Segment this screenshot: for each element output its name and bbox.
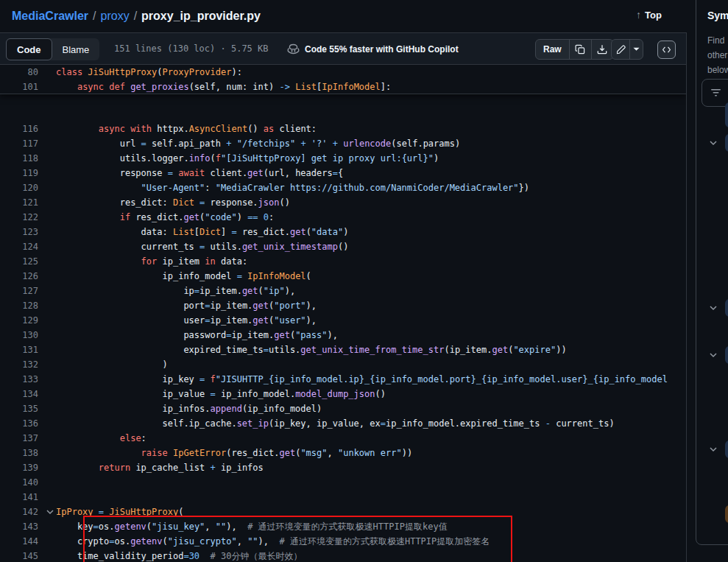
code-brackets-icon bbox=[662, 45, 671, 55]
breadcrumb-repo-link[interactable]: MediaCrawler bbox=[12, 10, 88, 23]
symbol-pill[interactable] bbox=[725, 505, 728, 523]
breadcrumb-folder-link[interactable]: proxy bbox=[101, 10, 130, 23]
line-number[interactable]: 122 bbox=[0, 210, 38, 225]
line-number[interactable]: 134 bbox=[0, 387, 38, 401]
breadcrumb-filename: proxy_ip_provider.py bbox=[141, 10, 261, 23]
code-line-130: 130 password=ip_item.get("pass"), bbox=[0, 328, 686, 343]
code-text: async def get_proxies(self, num: int) ->… bbox=[56, 80, 391, 94]
symbol-pill[interactable] bbox=[725, 102, 728, 127]
code-line-116: 116 async with httpx.AsyncClient() as cl… bbox=[0, 122, 686, 136]
line-number[interactable]: 118 bbox=[0, 151, 38, 166]
line-number[interactable]: 125 bbox=[0, 254, 38, 269]
breadcrumb-separator: / bbox=[93, 10, 96, 23]
line-number[interactable]: 127 bbox=[0, 284, 38, 298]
code-text: ip_infos.append(ip_info_model) bbox=[56, 401, 322, 416]
line-number[interactable]: 140 bbox=[0, 475, 38, 490]
line-number[interactable]: 129 bbox=[0, 313, 38, 328]
code-text: self.ip_cache.set_ip(ip_key, ip_value, e… bbox=[56, 416, 615, 431]
line-number[interactable]: 80 bbox=[0, 65, 38, 80]
symbol-pill[interactable] bbox=[725, 299, 728, 317]
line-number[interactable]: 144 bbox=[0, 534, 38, 549]
download-button[interactable] bbox=[591, 40, 613, 59]
line-number[interactable]: 123 bbox=[0, 225, 38, 239]
tab-code[interactable]: Code bbox=[6, 38, 52, 60]
code-text: ip_value = ip_info_model.model_dump_json… bbox=[56, 387, 386, 401]
line-number[interactable]: 117 bbox=[0, 136, 38, 151]
line-number[interactable]: 124 bbox=[0, 239, 38, 254]
code-text: expired_time_ts=utils.get_unix_time_from… bbox=[56, 343, 567, 357]
line-number[interactable]: 131 bbox=[0, 343, 38, 357]
code-text: current_ts = utils.get_unix_timestamp() bbox=[56, 239, 348, 254]
line-number[interactable]: 137 bbox=[0, 431, 38, 446]
symbol-pill[interactable] bbox=[725, 346, 728, 364]
code-text: url = self.api_path + "/fetchips" + '?' … bbox=[56, 136, 460, 151]
line-number[interactable]: 119 bbox=[0, 166, 38, 180]
line-number[interactable]: 135 bbox=[0, 401, 38, 416]
line-number[interactable]: 141 bbox=[0, 490, 38, 505]
code-line-134: 134 ip_value = ip_info_model.model_dump_… bbox=[0, 387, 686, 401]
code-text: raise IpGetError(res_dict.get("msg", "un… bbox=[56, 446, 412, 460]
raw-button-group: Raw bbox=[535, 39, 614, 60]
code-text: user=ip_item.get("user"), bbox=[56, 313, 317, 328]
symbol-pill[interactable] bbox=[725, 440, 728, 458]
code-line-123: 123 data: List[Dict] = res_dict.get("dat… bbox=[0, 225, 686, 239]
code-text: ) bbox=[56, 357, 168, 372]
chevron-down-icon[interactable] bbox=[709, 351, 718, 359]
code-text: key=os.getenv("jisu_key", ""), # 通过环境变量的… bbox=[56, 519, 448, 534]
collapse-chevron-icon[interactable] bbox=[46, 507, 54, 516]
code-text: "User-Agent": "MediaCrawler https://gith… bbox=[56, 180, 529, 195]
code-line-144: 144 crypto=os.getenv("jisu_crypto", ""),… bbox=[0, 534, 686, 549]
line-number[interactable]: 121 bbox=[0, 195, 38, 210]
code-text: response = await client.get(url, headers… bbox=[56, 166, 343, 180]
symbol-pill[interactable] bbox=[725, 134, 728, 152]
code-line-141: 141 bbox=[0, 490, 686, 505]
line-number[interactable]: 138 bbox=[0, 446, 38, 460]
breadcrumb: MediaCrawler / proxy / proxy_ip_provider… bbox=[0, 0, 687, 33]
chevron-down-icon[interactable] bbox=[709, 303, 718, 312]
line-number[interactable]: 132 bbox=[0, 357, 38, 372]
tab-blame[interactable]: Blame bbox=[52, 38, 100, 60]
file-container: Code Blame 151 lines (130 loc) · 5.75 KB… bbox=[0, 33, 687, 562]
line-number[interactable]: 128 bbox=[0, 298, 38, 313]
code-line-143: 143 key=os.getenv("jisu_key", ""), # 通过环… bbox=[0, 519, 686, 534]
line-number[interactable]: 133 bbox=[0, 372, 38, 387]
code-line-127: 127 ip=ip_item.get("ip"), bbox=[0, 284, 686, 298]
code-text: crypto=os.getenv("jisu_crypto", ""), # 通… bbox=[56, 534, 490, 549]
raw-button[interactable]: Raw bbox=[536, 40, 569, 59]
code-line-132: 132 ) bbox=[0, 357, 686, 372]
symbols-filter-button[interactable] bbox=[702, 79, 728, 107]
line-number[interactable]: 139 bbox=[0, 460, 38, 475]
line-number[interactable]: 145 bbox=[0, 549, 38, 562]
file-info: 151 lines (130 loc) · 5.75 KB bbox=[114, 43, 269, 54]
code-line-122: 122 if res_dict.get("code") == 0: bbox=[0, 210, 686, 225]
edit-button[interactable] bbox=[612, 40, 629, 59]
line-number[interactable]: 120 bbox=[0, 180, 38, 195]
breadcrumb-separator: / bbox=[134, 10, 137, 23]
line-number[interactable]: 142 bbox=[0, 505, 38, 519]
arrow-up-icon: ↑ bbox=[636, 9, 641, 21]
code-line-138: 138 raise IpGetError(res_dict.get("msg",… bbox=[0, 446, 686, 460]
line-number[interactable]: 143 bbox=[0, 519, 38, 534]
sticky-context-lines: 80class JiSuHttpProxy(ProxyProvider):101… bbox=[0, 65, 686, 94]
code-line-142: 142IpProxy = JiSuHttpProxy( bbox=[0, 505, 686, 519]
chevron-down-icon[interactable] bbox=[709, 445, 718, 454]
code-line-118: 118 utils.logger.info(f"[JiSuHttpProxy] … bbox=[0, 151, 686, 166]
code-line-131: 131 expired_time_ts=utils.get_unix_time_… bbox=[0, 343, 686, 357]
copy-button[interactable] bbox=[569, 40, 591, 59]
line-number[interactable]: 116 bbox=[0, 122, 38, 136]
line-number[interactable]: 101 bbox=[0, 80, 38, 94]
code-line-133: 133 ip_key = f"JISUHTTP_{ip_info_model.i… bbox=[0, 372, 686, 387]
line-number[interactable]: 130 bbox=[0, 328, 38, 343]
line-number[interactable]: 126 bbox=[0, 269, 38, 284]
code-text: res_dict: Dict = response.json() bbox=[56, 195, 290, 210]
code-line-129: 129 user=ip_item.get("user"), bbox=[0, 313, 686, 328]
back-to-top-button[interactable]: ↑ Top bbox=[636, 9, 662, 21]
line-number[interactable]: 136 bbox=[0, 416, 38, 431]
edit-dropdown-button[interactable] bbox=[629, 40, 643, 59]
symbols-panel-description: Find other below bbox=[707, 33, 728, 77]
code-text: async with httpx.AsyncClient() as client… bbox=[56, 122, 317, 136]
code-text: class JiSuHttpProxy(ProxyProvider): bbox=[56, 65, 242, 80]
symbols-toggle-button[interactable] bbox=[657, 41, 676, 59]
code-line-119: 119 response = await client.get(url, hea… bbox=[0, 166, 686, 180]
chevron-down-icon[interactable] bbox=[709, 138, 718, 147]
